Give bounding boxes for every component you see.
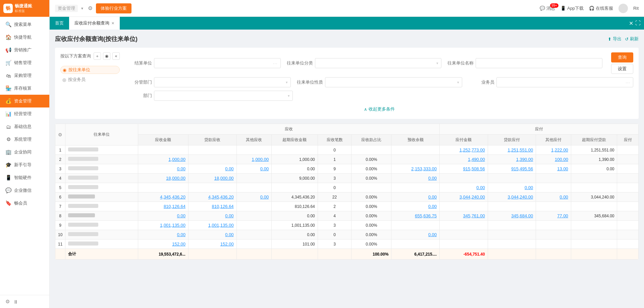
table-row: 30.000.000.000.0090.00%2,153,333.00915,5… — [55, 164, 639, 174]
user-avatar — [619, 4, 628, 13]
filter-person-icon: ◎ — [62, 77, 66, 82]
refresh-icon: ↺ — [625, 37, 629, 42]
sidebar-item-search[interactable]: 🔍 搜索菜单 — [0, 18, 49, 31]
tab-ar[interactable]: 应收应付余额查询 ✕ — [69, 17, 120, 30]
sidebar-item-purchase[interactable]: 🛍 采购管理 — [0, 69, 49, 82]
footer-ar-ratio: 100.00% — [352, 249, 391, 260]
query-button[interactable]: 查询 — [611, 52, 633, 62]
dept-input[interactable]: ▾ — [154, 77, 291, 87]
page-content: 应收应付余额查询(按往来单位) ⬆ 导出 ↺ 刷新 按以下方案查询 — [50, 30, 644, 308]
th-settings: ⚙ — [55, 124, 65, 145]
system-icon: ⚙ — [5, 136, 11, 142]
sidebar-bottom: ⚙ ⏸ — [0, 295, 49, 308]
filter-field-section-dept: 部门 ▾ — [125, 91, 293, 101]
filter-add-btn[interactable]: ＋ — [94, 52, 101, 60]
app-icon: 📱 — [560, 6, 566, 11]
company-nature-input[interactable]: ▾ — [325, 77, 462, 87]
sidebar: 畅 畅捷通账 标准版 🔍 搜索菜单 🏠 快捷导航 📢 营销推广 🛒 销售管理 🛍… — [0, 0, 50, 308]
sidebar-item-sales[interactable]: 🛒 销售管理 — [0, 56, 49, 69]
table-row: 101,252,773.001,251,551.001,222.001,251,… — [55, 145, 639, 155]
sidebar-item-quicknav[interactable]: 🏠 快捷导航 — [0, 31, 49, 44]
tabbar: 首页 应收应付余额查询 ✕ ✕ ⛶ — [50, 17, 644, 30]
sidebar-item-base[interactable]: 🗂 基础信息 — [0, 120, 49, 133]
corp-icon: 🏢 — [5, 149, 11, 155]
filter-by-company[interactable]: ◉ 按往来单位 — [60, 66, 120, 74]
home-icon: 🏠 — [5, 34, 11, 40]
sidebar-item-system[interactable]: ⚙ 系统管理 — [0, 133, 49, 146]
finance-icon: 💰 — [5, 98, 11, 104]
sidebar-item-hardware[interactable]: 📱 智能硬件 — [0, 171, 49, 184]
sidebar-collapse-icon[interactable]: ⏸ — [13, 299, 18, 305]
inventory-icon: 🏪 — [5, 85, 11, 91]
th-ar-overdue: 超期应收金额 — [272, 135, 318, 145]
table-sub-header: 应收金额 贷款应收 其他应收 超期应收金额 应收笔数 应收款占比 预收余额 应付… — [55, 135, 639, 145]
topbar-right: 💬 消息 99+ 📱 App下载 🎧 在线客服 Rit — [540, 4, 639, 13]
th-ap-tail: 应付 — [617, 135, 639, 145]
logo-text: 畅捷通账 标准版 — [15, 3, 32, 13]
filter-by-salesperson[interactable]: ◎ 按业务员 — [60, 76, 120, 83]
th-ar-prepaid: 预收余额 — [391, 135, 440, 145]
data-table-wrapper: ⚙ 往来单位 应收 应付 应收金额 贷款应收 其他应收 超期应收金额 应收笔数 … — [55, 124, 639, 260]
salesperson-input[interactable]: ··· — [496, 77, 633, 87]
tab-maximize-icon[interactable]: ⛶ — [635, 20, 641, 26]
message-button[interactable]: 💬 消息 99+ — [540, 5, 555, 11]
marketing-icon: 📢 — [5, 47, 11, 53]
sidebar-settings-icon[interactable]: ⚙ — [5, 299, 10, 305]
page-header: 应收应付余额查询(按往来单位) ⬆ 导出 ↺ 刷新 — [55, 35, 639, 43]
sidebar-item-wechat[interactable]: 💬 企业微信 — [0, 184, 49, 197]
sidebar-item-finance[interactable]: 💰 资金管理 — [0, 95, 49, 107]
solution-button[interactable]: 体验行业方案 — [96, 3, 131, 13]
company-name-input[interactable] — [476, 58, 602, 68]
tab-home[interactable]: 首页 — [50, 17, 69, 30]
th-ar-count: 应收笔数 — [318, 135, 352, 145]
wechat-icon: 💬 — [5, 187, 11, 193]
app-download-button[interactable]: 📱 App下载 — [560, 5, 584, 11]
filter-row-2: 分管部门 ▾ 往来单位性质 ▾ — [125, 77, 633, 87]
th-ap-loan: 贷款应付 — [488, 135, 536, 145]
tab-close-icon[interactable]: ✕ — [111, 21, 114, 26]
export-icon: ⬆ — [608, 37, 611, 42]
sidebar-item-guide[interactable]: 🎓 新手引导 — [0, 159, 49, 171]
filter-collapse-btn[interactable]: « — [112, 52, 120, 60]
settings-button[interactable]: 设置 — [611, 64, 633, 74]
filter-field-settlement: 结算单位 ··· — [125, 58, 281, 68]
filter-collapse-btn[interactable]: ∧ 收起更多条件 — [125, 104, 633, 114]
company-type-input[interactable]: ▾ — [315, 58, 442, 68]
table-row: 21,000.001,000.001,000.0010.00%1,490.001… — [55, 155, 639, 164]
filter-field-salesperson: 业务员 ··· — [468, 77, 633, 87]
tab-close-window-icon[interactable]: ✕ — [629, 20, 633, 27]
sidebar-item-corp[interactable]: 🏢 企业协同 — [0, 146, 49, 159]
filter-header-actions: ＋ ◉ « — [94, 52, 120, 60]
section-dept-input[interactable]: ▾ — [154, 91, 293, 101]
th-ap-overdue: 超期应付贷款 — [571, 135, 617, 145]
table-row: 500.000.00 — [55, 183, 639, 192]
search-icon: 🔍 — [5, 21, 11, 28]
table-group-header: ⚙ 往来单位 应收 应付 — [55, 124, 639, 135]
settlement-input[interactable]: ··· — [154, 58, 281, 68]
sidebar-item-marketing[interactable]: 📢 营销推广 — [0, 44, 49, 56]
filter-settings-btn[interactable]: ◉ — [103, 52, 110, 60]
table-row: 100.000.000.0000.00%0.00 — [55, 230, 639, 239]
sidebar-item-operation[interactable]: 📊 经营管理 — [0, 107, 49, 120]
filter-row-1: 结算单位 ··· 往来单位分类 ▾ — [125, 52, 633, 74]
sidebar-item-inventory[interactable]: 🏪 库存核算 — [0, 82, 49, 95]
topbar-gear-icon[interactable]: ⚙ — [88, 5, 93, 11]
refresh-button[interactable]: ↺ 刷新 — [625, 36, 639, 42]
table-row: 64,345,436.204,345,436.200.004,345,436.2… — [55, 192, 639, 202]
th-company: 往来单位 — [65, 124, 138, 145]
export-button[interactable]: ⬆ 导出 — [608, 36, 622, 42]
th-ar-loan: 贷款应收 — [188, 135, 236, 145]
topbar-breadcrumb: 资金管理 — [55, 5, 78, 12]
th-ap-group: 应付 — [440, 124, 639, 135]
th-ar-other: 其他应收 — [236, 135, 272, 145]
sidebar-item-member[interactable]: 🔖 畅会员 — [0, 197, 49, 210]
online-service-button[interactable]: 🎧 在线客服 — [589, 5, 613, 11]
username-label: Rit — [633, 6, 639, 11]
table-settings-icon[interactable]: ⚙ — [58, 132, 62, 137]
filter-field-company-name: 往来单位名称 — [447, 58, 602, 68]
operation-icon: 📊 — [5, 111, 11, 117]
filter-panel: 按以下方案查询 ＋ ◉ « ◉ 按往来单位 ◎ 按业务员 — [55, 48, 639, 119]
message-icon: 💬 — [540, 6, 545, 11]
table-footer-row: 合计 19,553,472,6... 100.00% 6,417,215....… — [55, 249, 639, 260]
guide-icon: 🎓 — [5, 162, 11, 168]
